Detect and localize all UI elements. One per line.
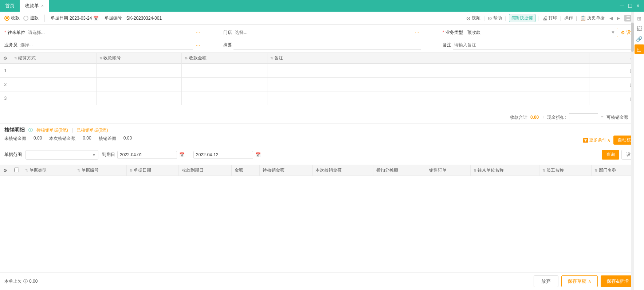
remark-input[interactable] bbox=[453, 40, 640, 50]
col-current-label: 本次核销金额 bbox=[315, 168, 342, 173]
nav-left[interactable]: ◀ bbox=[608, 15, 614, 21]
tab-bar: 首页 收款单 × ─ □ × bbox=[0, 0, 644, 12]
row-2-num: 2 bbox=[0, 78, 11, 91]
discount-input[interactable] bbox=[569, 113, 598, 121]
tab-home[interactable]: 首页 bbox=[0, 0, 20, 12]
abandon-button[interactable]: 放弃 bbox=[534, 275, 558, 287]
date-to-input[interactable] bbox=[193, 151, 253, 159]
sidebar-scan-icon[interactable]: ◱ bbox=[635, 44, 644, 54]
tab-bar-controls: ─ □ × bbox=[619, 3, 644, 9]
range-select-wrap: ▼ bbox=[25, 150, 98, 160]
radio-receipt-label: 收款 bbox=[11, 15, 20, 21]
table-row: 1 🗑 ⊕ bbox=[0, 64, 644, 78]
history-btn[interactable]: 📋 历史单据 bbox=[580, 15, 605, 21]
hexiao-stats: 未核销金额 0.00 本次核销金额 0.00 核销差额 0.00 🔽 更多条件 … bbox=[4, 136, 640, 145]
range-select[interactable] bbox=[25, 150, 98, 160]
row-2-settle[interactable] bbox=[11, 78, 96, 91]
staff-input[interactable] bbox=[19, 40, 193, 50]
list-view-btn[interactable]: ☰ bbox=[624, 15, 632, 21]
row-3-remark[interactable] bbox=[267, 91, 589, 105]
help-label: 帮助 bbox=[493, 15, 502, 21]
query-button[interactable]: 查询 bbox=[602, 150, 619, 160]
bottom-bar: 本单上欠 ⓘ 0.00 放弃 保存草稿 ∧ 保存&新增 ∧ bbox=[0, 272, 644, 290]
col-staff-label: 员工名称 bbox=[546, 168, 564, 173]
col-settle-label: 结算方式 bbox=[18, 55, 36, 60]
calendar-icon[interactable]: 📅 bbox=[93, 16, 99, 21]
radio-refund[interactable]: 退款 bbox=[23, 15, 39, 21]
shortcut-icon: ⌨ bbox=[511, 15, 519, 21]
prev-icon[interactable]: ⓘ bbox=[23, 278, 28, 285]
bottom-col-due: 收款到期日 bbox=[179, 165, 232, 176]
sidebar-table-icon[interactable]: ⊞ bbox=[635, 14, 644, 23]
table-settings-header[interactable]: ⚙ bbox=[0, 53, 11, 64]
unverified-label: 未核销金额 bbox=[4, 136, 26, 145]
summary-input[interactable] bbox=[233, 40, 420, 50]
more-filter-btn[interactable]: 🔽 更多条件 ∧ bbox=[583, 137, 610, 143]
sidebar-link-icon[interactable]: 🔗 bbox=[635, 34, 644, 44]
col-account: ⇅ 收款账号 bbox=[96, 53, 181, 64]
prev-value: 0.00 bbox=[29, 279, 38, 284]
date-value: 2023-03-24 bbox=[70, 16, 92, 21]
operation-label: 操作 bbox=[564, 15, 573, 21]
shop-more-icon[interactable]: ··· bbox=[413, 30, 421, 35]
row-3-account[interactable] bbox=[96, 91, 181, 105]
party-input[interactable] bbox=[27, 28, 193, 37]
select-all-checkbox[interactable] bbox=[14, 168, 19, 172]
save-draft-button[interactable]: 保存草稿 ∧ bbox=[561, 275, 598, 287]
bottom-col-order: 销售订单 bbox=[426, 165, 470, 176]
row-3-settle[interactable] bbox=[11, 91, 96, 105]
shortcut-btn[interactable]: ⌨ 快捷键 bbox=[509, 14, 535, 22]
calendar-to-icon[interactable]: 📅 bbox=[255, 152, 261, 157]
col-due-label: 收款到期日 bbox=[182, 168, 204, 173]
row-3-amount[interactable] bbox=[182, 91, 267, 105]
staff-more-icon[interactable]: ··· bbox=[195, 42, 202, 48]
video-icon: ⊙ bbox=[466, 15, 471, 21]
bottom-col-party: ⇅ 往来单位名称 bbox=[471, 165, 539, 176]
sidebar-image-icon[interactable]: 🖼 bbox=[635, 24, 644, 34]
biz-type-field: * 业务类型 预收款 ▼ ⚙ 设置 bbox=[443, 28, 640, 37]
col-order-label: 销售订单 bbox=[429, 168, 447, 173]
help-btn[interactable]: ⊙ 帮助 bbox=[488, 15, 502, 21]
shop-input[interactable] bbox=[233, 28, 412, 37]
hexiao-info-icon[interactable]: ⓘ bbox=[28, 127, 33, 133]
done-tab[interactable]: 已核销单据(0笔) bbox=[76, 127, 108, 133]
scrollbar-track[interactable] bbox=[631, 12, 634, 290]
row-1-account[interactable] bbox=[96, 64, 181, 78]
row-2-account[interactable] bbox=[96, 78, 181, 91]
row-2-amount[interactable] bbox=[182, 78, 267, 91]
radio-receipt[interactable]: 收款 bbox=[4, 15, 20, 21]
window-maximize[interactable]: □ bbox=[627, 3, 633, 9]
operation-btn[interactable]: 操作 bbox=[564, 15, 573, 21]
row-1-amount[interactable] bbox=[182, 64, 267, 78]
scrollbar-thumb[interactable] bbox=[631, 23, 634, 52]
tab-receipt[interactable]: 收款单 × bbox=[20, 0, 49, 12]
row-1-settle[interactable] bbox=[11, 64, 96, 78]
nav-right[interactable]: ▶ bbox=[615, 15, 621, 21]
shortcut-label: 快捷键 bbox=[520, 15, 533, 21]
bottom-col-staff: ⇅ 员工名称 bbox=[539, 165, 592, 176]
video-btn[interactable]: ⊙ 视频 bbox=[466, 15, 480, 21]
window-close[interactable]: × bbox=[635, 3, 641, 9]
bottom-table-gear[interactable]: ⚙ bbox=[0, 165, 11, 176]
bottom-col-checkbox[interactable] bbox=[11, 165, 22, 176]
num-field: 单据编号 SK-20230324-001 bbox=[105, 15, 162, 21]
tab-separator: | bbox=[72, 128, 73, 133]
help-icon: ⊙ bbox=[488, 15, 492, 21]
current-label: 本次核销金额 bbox=[49, 136, 75, 145]
row-1-remark[interactable] bbox=[267, 64, 589, 78]
print-btn[interactable]: 🖨 打印 bbox=[542, 15, 557, 21]
window-minimize[interactable]: ─ bbox=[619, 3, 625, 9]
total-value: 0.00 bbox=[530, 115, 539, 120]
date-from-input[interactable] bbox=[117, 151, 177, 159]
print-icon: 🖨 bbox=[542, 15, 547, 21]
verify-label: 可核销金额 bbox=[606, 114, 628, 121]
bottom-left: 本单上欠 ⓘ 0.00 bbox=[4, 278, 38, 285]
party-label: 往来单位 bbox=[8, 30, 25, 36]
party-more-icon[interactable]: ··· bbox=[195, 30, 202, 35]
calendar-from-icon[interactable]: 📅 bbox=[179, 152, 185, 157]
biz-type-arrow[interactable]: ▼ bbox=[611, 30, 615, 35]
party-required: * bbox=[4, 30, 6, 35]
tab-close-icon[interactable]: × bbox=[41, 0, 44, 12]
row-2-remark[interactable] bbox=[267, 78, 589, 91]
pending-tab[interactable]: 待核销单据(0笔) bbox=[36, 127, 68, 133]
